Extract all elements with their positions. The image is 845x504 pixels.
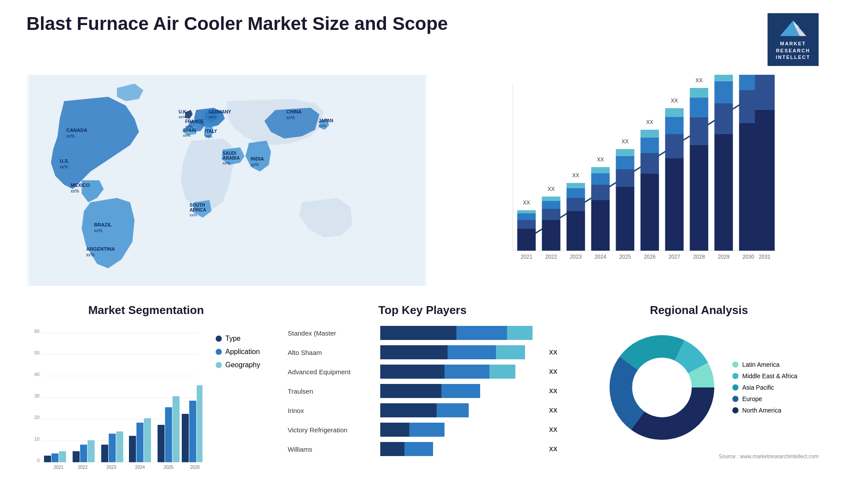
svg-rect-90: [715, 103, 733, 134]
svg-rect-84: [690, 117, 709, 145]
player-bar-4: [380, 384, 541, 398]
legend-north-america: North America: [732, 407, 797, 414]
type-label: Type: [225, 335, 241, 343]
svg-text:xx%: xx%: [66, 134, 75, 139]
europe-dot: [732, 396, 738, 402]
svg-text:XX: XX: [523, 200, 530, 206]
svg-text:10: 10: [34, 436, 40, 442]
svg-text:xx%: xx%: [183, 133, 191, 138]
north-america-label: North America: [742, 407, 781, 414]
svg-rect-100: [755, 110, 775, 251]
geography-dot: [216, 362, 222, 368]
svg-text:xx%: xx%: [287, 115, 295, 120]
player-name-6: Victory Refrigeration: [288, 426, 376, 434]
svg-rect-72: [641, 153, 659, 174]
player-bar-3: [380, 365, 541, 379]
svg-rect-74: [641, 130, 659, 138]
logo-area: MARKET RESEARCH INTELLECT: [768, 13, 819, 66]
legend-application: Application: [216, 348, 260, 356]
svg-text:U.S.: U.S.: [60, 158, 69, 164]
players-list: Standex (Master Alto Shaam: [279, 326, 566, 456]
bar-seg2: [445, 365, 489, 379]
svg-rect-48: [542, 209, 561, 220]
svg-text:FRANCE: FRANCE: [185, 119, 204, 124]
svg-text:2025: 2025: [164, 465, 174, 470]
latin-america-dot: [732, 362, 738, 368]
bar-seg1: [380, 326, 456, 340]
svg-rect-97: [739, 75, 758, 90]
svg-text:MEXICO: MEXICO: [71, 183, 90, 188]
svg-rect-131: [136, 423, 143, 462]
legend-latin-america: Latin America: [732, 361, 797, 368]
svg-text:2021: 2021: [521, 254, 533, 260]
svg-text:2026: 2026: [190, 465, 200, 470]
svg-text:xx%: xx%: [190, 213, 197, 217]
segmentation-legend: Type Application Geography: [216, 326, 260, 369]
application-dot: [216, 349, 222, 355]
player-xx-3: XX: [546, 368, 558, 375]
svg-rect-140: [197, 385, 202, 462]
player-bar-6: [380, 423, 541, 437]
svg-rect-139: [189, 401, 196, 462]
svg-rect-123: [80, 445, 87, 462]
svg-rect-77: [665, 158, 684, 251]
svg-rect-56: [567, 183, 585, 188]
svg-rect-138: [182, 414, 189, 462]
svg-rect-83: [690, 145, 709, 251]
svg-rect-118: [44, 456, 51, 462]
player-xx-5: XX: [546, 407, 558, 414]
svg-rect-54: [567, 198, 585, 211]
europe-label: Europe: [742, 395, 762, 402]
svg-rect-68: [616, 149, 635, 156]
mea-label: Middle East & Africa: [742, 373, 797, 380]
svg-text:2026: 2026: [644, 254, 656, 260]
segmentation-title: Market Segmentation: [26, 303, 266, 317]
growth-chart-container: XX 2021 XX 2022 XX 2023: [445, 75, 819, 286]
players-section: Top Key Players Standex (Master Alto Sha…: [279, 303, 566, 504]
svg-text:BRAZIL: BRAZIL: [94, 222, 112, 227]
svg-text:CANADA: CANADA: [66, 128, 88, 133]
bar-seg3: [507, 326, 533, 340]
map-container: CANADA xx% U.S. xx% MEXICO xx% BRAZIL xx…: [26, 75, 427, 286]
player-xx-6: XX: [546, 426, 558, 433]
svg-rect-134: [158, 425, 165, 462]
svg-text:SAUDI: SAUDI: [223, 151, 236, 156]
svg-rect-101: [755, 75, 775, 110]
svg-text:30: 30: [34, 393, 40, 398]
svg-text:XX: XX: [548, 186, 555, 192]
svg-text:SPAIN: SPAIN: [183, 128, 196, 133]
svg-rect-136: [173, 396, 180, 462]
svg-text:50: 50: [34, 350, 40, 355]
svg-text:2021: 2021: [54, 465, 64, 470]
svg-text:xx%: xx%: [319, 124, 326, 128]
bar-seg1: [380, 423, 409, 437]
player-xx-4: XX: [546, 387, 558, 394]
svg-text:GERMANY: GERMANY: [209, 110, 231, 114]
bottom-section: Market Segmentation 0 10 20 30 40 50 60: [26, 303, 819, 504]
svg-rect-41: [518, 229, 536, 251]
svg-text:xx%: xx%: [86, 252, 95, 257]
regional-section: Regional Analysis: [579, 303, 819, 504]
asia-pacific-label: Asia Pacific: [742, 384, 774, 391]
geography-label: Geography: [225, 361, 260, 369]
svg-text:U.K.: U.K.: [179, 110, 187, 114]
legend-europe: Europe: [732, 395, 797, 402]
bar-seg2: [456, 326, 507, 340]
svg-rect-92: [715, 75, 733, 81]
page-container: Blast Furnace Air Cooler Market Size and…: [0, 0, 845, 504]
bar-seg2: [437, 403, 469, 417]
svg-text:0: 0: [37, 458, 40, 463]
svg-rect-53: [567, 211, 585, 251]
svg-rect-120: [59, 451, 66, 462]
svg-rect-78: [665, 134, 684, 158]
svg-rect-80: [665, 108, 684, 117]
svg-rect-65: [616, 187, 635, 251]
svg-rect-67: [616, 156, 635, 169]
svg-text:2030: 2030: [742, 254, 754, 260]
player-bar-2: [380, 345, 541, 359]
svg-text:CHINA: CHINA: [287, 109, 302, 114]
player-bar-1: [380, 326, 550, 340]
players-title: Top Key Players: [279, 303, 566, 317]
player-name-5: Irinox: [288, 407, 376, 414]
svg-rect-122: [73, 451, 80, 462]
